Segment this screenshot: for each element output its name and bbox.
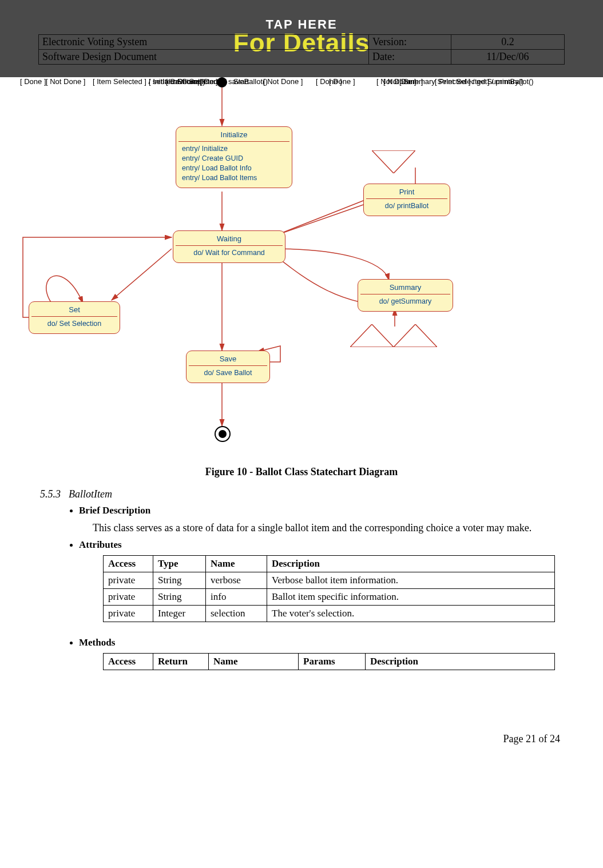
label-not-done-summary: [ Not Done ]	[383, 77, 423, 86]
meth-col-name: Name	[209, 654, 299, 670]
label-done-set: [ Done ]	[20, 77, 46, 86]
state-initialize: Initialize entry/ Initialize entry/ Crea…	[176, 126, 292, 188]
meth-col-return: Return	[153, 654, 209, 670]
cell: String	[153, 572, 206, 589]
diagram-arrows	[17, 77, 586, 460]
state-waiting-name: Waiting	[176, 233, 283, 246]
header-doc: Software Design Document	[39, 50, 369, 65]
cell: The voter's selection.	[267, 606, 555, 622]
label-not-done-save: [ Not Done ]	[263, 77, 303, 86]
choice-summary-bottom-2	[394, 324, 437, 347]
initialize-line-2: entry/ Create GUID	[182, 154, 286, 164]
label-not-done-set: [ Not Done ]	[46, 77, 85, 86]
cell: Integer	[153, 606, 206, 622]
label-return-done: Return[ Done ]	[177, 77, 226, 86]
cell: String	[153, 589, 206, 606]
choice-summary-bottom	[350, 324, 394, 347]
meth-col-access: Access	[104, 654, 153, 670]
svg-line-4	[273, 197, 372, 236]
header-version: 0.2	[451, 35, 564, 50]
methods-head: Methods	[79, 637, 115, 648]
meth-col-params: Params	[299, 654, 366, 670]
state-summary: Summary do/ getSummary	[358, 279, 453, 312]
final-state-icon	[215, 426, 231, 442]
state-print-name: Print	[366, 186, 447, 199]
header-system: Electronic Voting System	[39, 35, 369, 50]
cell: verbose	[206, 572, 267, 589]
methods-table: Access Return Name Params Description	[103, 653, 555, 670]
attributes-head: Attributes	[79, 539, 122, 550]
state-set-name: Set	[31, 304, 117, 317]
brief-description-text: This class serves as a store of data for…	[93, 521, 563, 535]
header-version-label: Version:	[368, 35, 451, 50]
state-print-body: do/ printBallot	[370, 201, 444, 211]
header-date: 11/Dec/06	[451, 50, 564, 65]
section-number: 5.5.3	[40, 488, 61, 500]
brief-description-head: Brief Description	[79, 505, 150, 516]
meth-col-desc: Description	[366, 654, 555, 670]
attr-col-type: Type	[153, 556, 206, 572]
attr-col-access: Access	[104, 556, 153, 572]
cell: private	[104, 606, 153, 622]
section-title: BallotItem	[69, 488, 112, 500]
cell: private	[104, 589, 153, 606]
cell: Ballot item specific information.	[267, 589, 555, 606]
cell: info	[206, 589, 267, 606]
state-save-name: Save	[189, 353, 267, 366]
state-save-body: do/ Save Ballot	[192, 368, 264, 378]
state-waiting-body: do/ Wait for Command	[179, 248, 279, 258]
cell: private	[104, 572, 153, 589]
state-set: Set do/ Set Selection	[29, 301, 120, 334]
table-row: private Integer selection The voter's se…	[104, 606, 555, 622]
initialize-line-4: entry/ Load Ballot Items	[182, 173, 286, 183]
choice-print-top	[372, 150, 415, 173]
state-summary-name: Summary	[360, 282, 450, 294]
state-print: Print do/ printBallot	[363, 184, 450, 216]
state-summary-body: do/ getSummary	[364, 297, 447, 306]
svg-line-5	[112, 249, 172, 300]
doc-header: Electronic Voting System Version: 0.2 So…	[38, 34, 565, 65]
attr-col-name: Name	[206, 556, 267, 572]
state-waiting: Waiting do/ Wait for Command	[173, 230, 285, 263]
cell: Verbose ballot item information.	[267, 572, 555, 589]
table-row: private String verbose Verbose ballot it…	[104, 572, 555, 589]
figure-caption: Figure 10 - Ballot Class Statechart Diag…	[0, 466, 603, 478]
attributes-table: Access Type Name Description private Str…	[103, 555, 555, 622]
statechart-diagram: Start Initialize entry/ Initialize entry…	[17, 77, 586, 460]
state-save: Save do/ Save Ballot	[186, 351, 270, 383]
svg-line-3	[273, 204, 365, 236]
initialize-line-1: entry/ Initialize	[182, 144, 286, 154]
label-done-summary: [ Done ]	[329, 77, 355, 86]
attr-col-desc: Description	[267, 556, 555, 572]
table-row: private String info Ballot item specific…	[104, 589, 555, 606]
section-heading: 5.5.3 BallotItem	[40, 488, 563, 500]
header-date-label: Date:	[368, 50, 451, 65]
state-initialize-name: Initialize	[178, 129, 289, 142]
initialize-line-3: entry/ Load Ballot Info	[182, 164, 286, 173]
cell: selection	[206, 606, 267, 622]
page-footer: Page 21 of 24	[503, 733, 560, 745]
overlay-bar: TAP HERE For Details Electronic Voting S…	[0, 0, 603, 77]
state-set-body: do/ Set Selection	[35, 319, 114, 329]
